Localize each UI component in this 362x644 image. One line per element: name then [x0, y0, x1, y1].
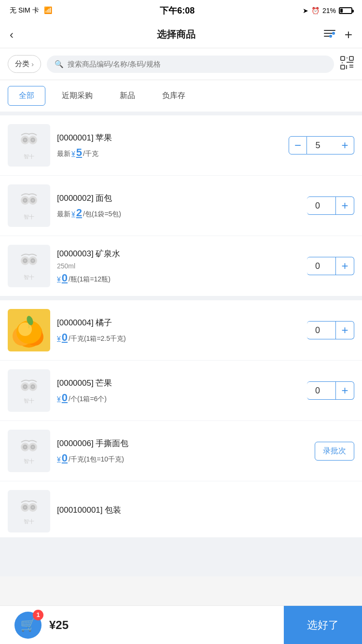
- search-input[interactable]: [68, 60, 326, 68]
- increase-button[interactable]: +: [336, 381, 354, 400]
- price-unit: /千克: [83, 150, 98, 158]
- placeholder-text: 智十: [24, 397, 34, 405]
- quantity-input[interactable]: [307, 381, 336, 400]
- search-icon: 🔍: [55, 60, 64, 69]
- product-price: ¥ 0 /个(1箱=6个): [57, 392, 307, 404]
- product-info: [000100001] 包装: [57, 504, 354, 518]
- status-bar: 无 SIM 卡 📶 下午6:08 ➤ ⏰ 21%: [0, 0, 362, 21]
- placeholder-icon: [17, 130, 41, 152]
- price-symbol: ¥: [57, 275, 61, 283]
- list-item: 智十 [0000003] 矿泉水 250ml ¥ 0 /瓶(1箱=12瓶) +: [0, 236, 362, 296]
- product-info: [0000002] 面包 最新 ¥ 2 /包(1袋=5包): [57, 193, 307, 219]
- product-name: [0000004] 橘子: [57, 317, 307, 328]
- product-image: 智十: [8, 245, 50, 287]
- svg-rect-5: [341, 56, 345, 60]
- product-image: 智十: [8, 124, 50, 167]
- product-price: ¥ 0 /千克(1包=10千克): [57, 452, 315, 464]
- increase-button[interactable]: +: [336, 136, 354, 154]
- alarm-icon: ⏰: [311, 7, 320, 14]
- tab-all[interactable]: 全部: [8, 86, 45, 106]
- back-button[interactable]: ‹: [10, 28, 29, 42]
- price-symbol: ¥: [71, 210, 75, 218]
- product-name: [0000001] 苹果: [57, 132, 289, 143]
- svg-point-25: [32, 199, 34, 201]
- increase-button[interactable]: +: [336, 196, 354, 215]
- quantity-control: +: [307, 257, 354, 275]
- tab-negative[interactable]: 负库存: [152, 86, 196, 106]
- price-label: 最新: [57, 210, 70, 219]
- cart-section: 🛒 1 ¥25: [0, 612, 83, 639]
- product-info: [0000001] 苹果 最新 ¥ 5 /千克: [57, 132, 289, 159]
- svg-point-31: [32, 260, 34, 262]
- category-label: 分类: [15, 59, 29, 69]
- cart-total: ¥25: [49, 618, 69, 632]
- search-bar: 分类 › 🔍: [0, 48, 362, 80]
- svg-rect-7: [341, 65, 345, 69]
- category-button[interactable]: 分类 ›: [8, 55, 41, 73]
- placeholder-text: 智十: [24, 213, 34, 221]
- price-value: 0: [62, 392, 68, 404]
- scan-icon[interactable]: [340, 56, 354, 73]
- status-right: ➤ ⏰ 21%: [303, 7, 352, 14]
- svg-point-30: [24, 260, 26, 262]
- price-symbol: ¥: [57, 335, 61, 342]
- price-value: 0: [62, 331, 68, 344]
- list-item: 智十 [0000001] 苹果 最新 ¥ 5 /千克 − +: [0, 115, 362, 176]
- product-name: [0000005] 芒果: [57, 378, 307, 389]
- svg-point-4: [329, 35, 332, 38]
- cart-button[interactable]: 🛒 1: [14, 612, 42, 639]
- quantity-input[interactable]: [307, 257, 336, 275]
- list-item: 智十 [0000006] 手撕面包 ¥ 0 /千克(1包=10千克) 录批次: [0, 421, 362, 481]
- page-title: 选择商品: [29, 28, 323, 41]
- quantity-control: +: [307, 196, 354, 215]
- list-item: 智十 [0000002] 面包 最新 ¥ 2 /包(1袋=5包) +: [0, 176, 362, 236]
- product-spec: 250ml: [57, 262, 307, 270]
- product-info: [0000003] 矿泉水 250ml ¥ 0 /瓶(1箱=12瓶): [57, 248, 307, 284]
- price-unit: /包(1袋=5包): [83, 210, 121, 219]
- carrier-wifi: 无 SIM 卡 📶: [10, 6, 52, 15]
- increase-button[interactable]: +: [336, 321, 354, 339]
- svg-point-18: [24, 139, 26, 141]
- quantity-input[interactable]: [307, 196, 336, 215]
- decrease-button[interactable]: −: [289, 136, 307, 154]
- price-label: 最新: [57, 150, 70, 158]
- add-icon[interactable]: +: [345, 27, 352, 42]
- placeholder-text: 智十: [24, 274, 34, 281]
- nav-actions: +: [323, 27, 352, 42]
- product-name: [0000006] 手撕面包: [57, 438, 315, 449]
- bottom-bar: 🛒 1 ¥25 选好了: [0, 605, 362, 644]
- nav-bar: ‹ 选择商品 +: [0, 21, 362, 48]
- product-price: ¥ 0 /瓶(1箱=12瓶): [57, 272, 307, 284]
- price-unit: /千克(1包=10千克): [69, 455, 124, 464]
- svg-point-3: [332, 32, 335, 35]
- quantity-input[interactable]: [307, 321, 336, 339]
- svg-point-49: [24, 446, 26, 448]
- placeholder-icon: [17, 251, 41, 273]
- svg-point-44: [32, 386, 34, 388]
- search-input-wrap: 🔍: [47, 56, 334, 73]
- svg-point-56: [32, 506, 34, 508]
- confirm-button[interactable]: 选好了: [284, 606, 362, 644]
- svg-point-24: [24, 199, 26, 201]
- battery-icon: [339, 7, 352, 14]
- price-symbol: ¥: [71, 150, 75, 157]
- product-image: [8, 309, 50, 351]
- quantity-input[interactable]: [307, 136, 336, 154]
- placeholder-text: 智十: [24, 153, 34, 160]
- increase-button[interactable]: +: [336, 257, 354, 275]
- tab-recent[interactable]: 近期采购: [51, 86, 103, 106]
- svg-point-19: [32, 139, 34, 141]
- tab-new[interactable]: 新品: [109, 86, 146, 106]
- battery-text: 21%: [322, 7, 336, 14]
- price-symbol: ¥: [57, 395, 61, 403]
- svg-point-43: [24, 386, 26, 388]
- placeholder-text: 智十: [24, 458, 34, 465]
- price-unit: /千克(1箱=2.5千克): [69, 335, 126, 343]
- batch-button[interactable]: 录批次: [315, 442, 354, 461]
- product-price: 最新 ¥ 5 /千克: [57, 146, 289, 159]
- product-image: 智十: [8, 184, 50, 227]
- price-value: 0: [62, 272, 68, 284]
- filter-icon[interactable]: [323, 28, 336, 42]
- product-image: 智十: [8, 490, 50, 532]
- list-item: 智十 [000100001] 包装: [0, 481, 362, 538]
